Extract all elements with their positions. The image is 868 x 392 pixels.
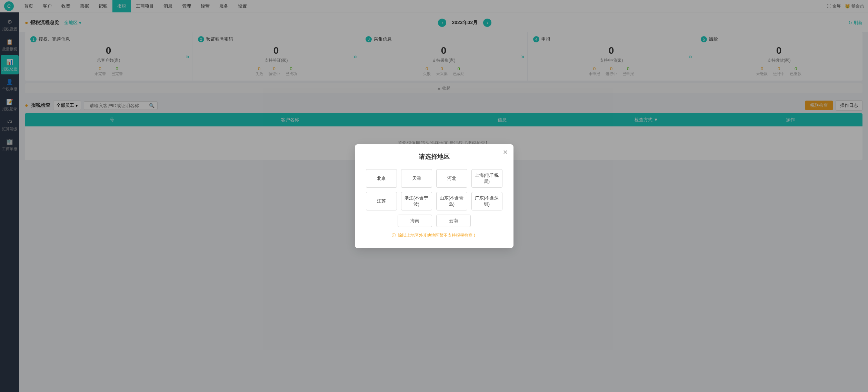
region-row-1: 北京天津河北上海(电子税局)	[366, 169, 502, 188]
region-btn-浙江(不含宁波)[interactable]: 浙江(不含宁波)	[401, 192, 432, 210]
region-btn-海南[interactable]: 海南	[398, 215, 432, 227]
region-select-modal: ✕ 请选择地区 北京天津河北上海(电子税局) 江苏浙江(不含宁波)山东(不含青岛…	[355, 144, 513, 248]
warning-icon: ⓘ	[392, 233, 396, 238]
region-btn-广东(不含深圳)[interactable]: 广东(不含深圳)	[471, 192, 502, 210]
region-row-2: 江苏浙江(不含宁波)山东(不含青岛)广东(不含深圳)	[366, 192, 502, 210]
region-row-3: 海南云南	[366, 215, 502, 227]
modal-title: 请选择地区	[366, 153, 502, 161]
region-btn-河北[interactable]: 河北	[436, 169, 467, 188]
region-btn-上海(电子税局)[interactable]: 上海(电子税局)	[471, 169, 502, 188]
region-btn-云南[interactable]: 云南	[436, 215, 471, 227]
modal-overlay[interactable]: ✕ 请选择地区 北京天津河北上海(电子税局) 江苏浙江(不含宁波)山东(不含青岛…	[0, 0, 868, 392]
region-btn-北京[interactable]: 北京	[366, 169, 397, 188]
region-btn-山东(不含青岛)[interactable]: 山东(不含青岛)	[436, 192, 467, 210]
region-btn-天津[interactable]: 天津	[401, 169, 432, 188]
modal-close-btn[interactable]: ✕	[503, 148, 508, 156]
modal-warning: ⓘ 除以上地区外其他地区暂不支持报税检查！	[366, 233, 502, 238]
region-btn-江苏[interactable]: 江苏	[366, 192, 397, 210]
